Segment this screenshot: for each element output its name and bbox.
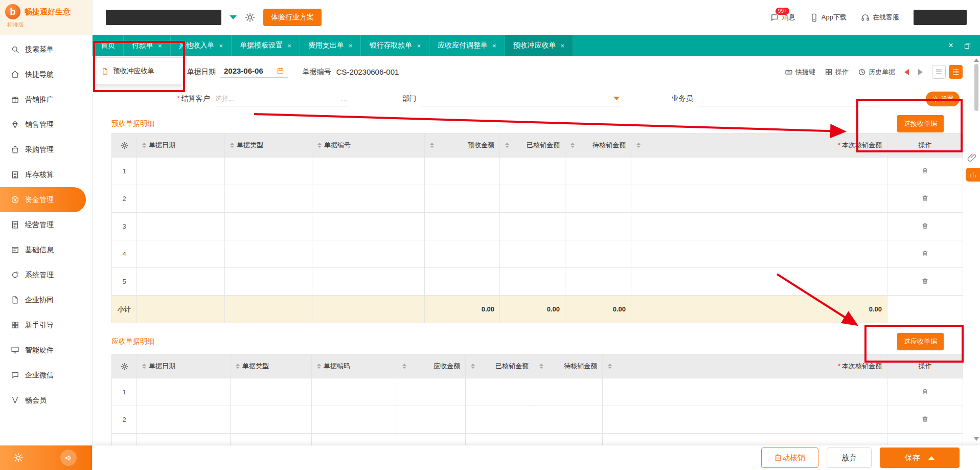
tab-payment[interactable]: 付款单× (124, 35, 171, 56)
tab-home[interactable]: 首页 (93, 35, 124, 56)
scroll-up-arrow[interactable] (974, 58, 979, 62)
tab-ar-ap-adjust[interactable]: 应收应付调整单× (429, 35, 505, 56)
sort-icon[interactable] (571, 143, 575, 148)
sidebar-item-system[interactable]: 系统管理 (0, 262, 92, 287)
sort-icon[interactable] (471, 364, 475, 369)
sidebar-item-operation[interactable]: 经营管理 (0, 212, 92, 237)
delete-row-button[interactable] (921, 388, 929, 395)
sort-icon[interactable] (430, 143, 434, 148)
scrollbar-thumb[interactable] (974, 64, 978, 111)
sidebar-item-marketing[interactable]: 营销推广 (0, 87, 92, 112)
tab-template-settings[interactable]: 单据模板设置× (232, 35, 300, 56)
vertical-scrollbar[interactable] (973, 57, 979, 442)
gear-icon[interactable] (13, 453, 24, 463)
delete-row-button[interactable] (921, 250, 929, 257)
prev-document-arrow[interactable] (904, 69, 909, 75)
speaker-toggle[interactable] (60, 450, 77, 466)
close-icon[interactable]: × (417, 42, 421, 50)
close-icon[interactable]: × (219, 42, 223, 50)
tab-expense[interactable]: 费用支出单× (300, 35, 361, 56)
list-view-toggle[interactable] (932, 65, 946, 79)
column-settings-icon[interactable] (121, 142, 128, 149)
salesman-input[interactable] (698, 95, 869, 102)
sidebar-item-hardware[interactable]: 智能硬件 (0, 338, 92, 363)
close-icon[interactable]: × (561, 42, 565, 50)
column-settings-icon[interactable] (121, 363, 128, 370)
home-icon (11, 70, 19, 79)
member-icon (11, 396, 19, 405)
customer-input[interactable] (215, 95, 339, 102)
sort-icon[interactable] (236, 364, 240, 369)
select-prepaid-docs-button[interactable]: 选预收单据 (897, 115, 944, 132)
chevron-down-icon[interactable] (613, 97, 620, 100)
report-shortcut-button[interactable] (966, 168, 980, 182)
actions-button[interactable]: 操作 (825, 68, 849, 77)
sidebar-item-wechat[interactable]: 企业微信 (0, 363, 92, 388)
app-download-button[interactable]: App下载 (810, 13, 847, 22)
close-icon[interactable]: × (287, 42, 291, 50)
sidebar-item-search-menu[interactable]: 搜索菜单 (0, 37, 92, 62)
expand-icon[interactable] (961, 39, 974, 52)
delete-row-button[interactable] (921, 415, 929, 423)
chevron-up-icon[interactable] (928, 456, 935, 460)
sort-icon[interactable] (636, 143, 641, 148)
scroll-down-arrow[interactable] (974, 437, 979, 441)
gear-icon[interactable] (245, 12, 255, 23)
close-icon[interactable]: × (349, 42, 353, 50)
sidebar-item-purchase[interactable]: 采购管理 (0, 137, 92, 162)
online-service-button[interactable]: 在线客服 (861, 13, 899, 22)
detail-view-toggle[interactable] (949, 65, 963, 79)
discard-button[interactable]: 放弃 (827, 447, 872, 468)
sidebar-item-funds[interactable]: 资金管理 (0, 187, 86, 212)
sort-icon[interactable] (317, 364, 321, 369)
sidebar-item-sales[interactable]: 销售管理 (0, 112, 92, 137)
sort-icon[interactable] (402, 364, 406, 369)
auto-writeoff-button[interactable]: 自动核销 (761, 447, 818, 468)
sort-icon[interactable] (608, 364, 612, 369)
delete-row-button[interactable] (921, 277, 929, 285)
sidebar-item-member[interactable]: 畅会员 (0, 388, 92, 413)
document-icon (101, 68, 109, 75)
history-documents-button[interactable]: 历史单据 (858, 68, 895, 77)
salesman-field[interactable]: ... (698, 91, 879, 106)
sort-icon[interactable] (142, 143, 146, 148)
sort-icon[interactable] (317, 143, 322, 148)
salesman-picker-button[interactable]: ... (870, 95, 879, 103)
settings-button[interactable]: 设置 (926, 92, 960, 106)
sort-icon[interactable] (230, 143, 234, 148)
sort-icon[interactable] (505, 143, 509, 148)
select-receivable-docs-button[interactable]: 选应收单据 (897, 333, 944, 350)
delete-row-button[interactable] (921, 222, 929, 230)
delete-row-button[interactable] (921, 194, 929, 202)
doc-number-value[interactable]: CS-20230606-001 (336, 68, 399, 76)
tab-prepaid-writeoff[interactable]: 预收冲应收单× (505, 35, 574, 56)
date-field[interactable]: 2023-06-06 (220, 66, 288, 78)
delete-row-button[interactable] (921, 167, 929, 174)
sidebar-item-collaboration[interactable]: 企业协同 (0, 287, 92, 312)
redacted-account-dropdown[interactable] (106, 10, 221, 25)
dropdown-item-prepaid-writeoff[interactable]: 预收冲应收单 (101, 66, 154, 76)
sidebar-item-quick-nav[interactable]: 快捷导航 (0, 62, 92, 87)
department-select[interactable] (421, 91, 622, 106)
calendar-icon[interactable] (277, 67, 284, 75)
close-all-tabs-icon[interactable]: × (944, 39, 958, 52)
close-icon[interactable]: × (492, 42, 496, 50)
messages-button[interactable]: 99+ 消息 (770, 13, 795, 22)
sidebar-item-inventory[interactable]: 库存核算 (0, 162, 92, 187)
sort-icon[interactable] (142, 364, 146, 369)
sidebar-item-basic-info[interactable]: 基础信息 (0, 237, 92, 262)
sort-icon[interactable] (539, 364, 543, 369)
next-document-arrow[interactable] (918, 69, 923, 75)
customer-field[interactable]: ... (215, 91, 349, 106)
tab-bank[interactable]: 银行存取款单× (361, 35, 429, 56)
customer-picker-button[interactable]: ... (340, 95, 350, 103)
close-icon[interactable]: × (158, 42, 162, 50)
paperclip-icon[interactable] (967, 152, 977, 163)
save-button[interactable]: 保存 (880, 447, 960, 468)
department-input[interactable] (421, 95, 613, 102)
chevron-down-icon[interactable] (230, 15, 237, 19)
shortcut-keys-button[interactable]: 快捷键 (785, 68, 815, 77)
industry-solution-button[interactable]: 体验行业方案 (263, 9, 322, 26)
tab-other-income[interactable]: 其他收入单× (171, 35, 232, 56)
sidebar-item-guide[interactable]: 新手引导 (0, 312, 92, 338)
